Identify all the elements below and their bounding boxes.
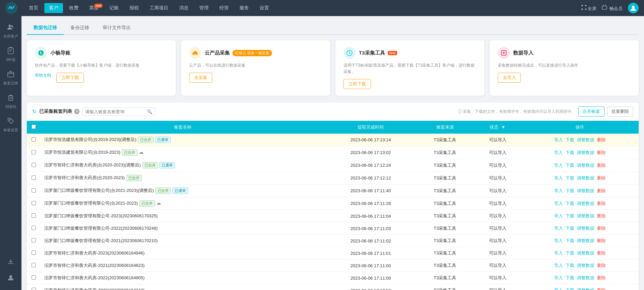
action-删除[interactable]: 删除 — [597, 175, 606, 180]
action-调整数据[interactable]: 调整数据 — [577, 213, 594, 218]
action-调整数据[interactable]: 调整数据 — [577, 263, 594, 268]
action-删除[interactable]: 删除 — [597, 201, 606, 206]
nav-industry[interactable]: 工商项目 — [145, 3, 173, 13]
action-删除[interactable]: 删除 — [597, 238, 606, 243]
action-调整数据[interactable]: 调整数据 — [577, 288, 594, 290]
action-导入[interactable]: 导入 — [554, 238, 563, 243]
import-btn-4[interactable]: 去导入 — [498, 73, 521, 83]
nav-tax[interactable]: 报税 — [125, 3, 144, 13]
member-btn[interactable]: 畅会员 — [602, 5, 623, 12]
action-下载[interactable]: 下载 — [566, 163, 574, 168]
action-删除[interactable]: 删除 — [597, 226, 606, 231]
tab-data-migrate[interactable]: 数据包迁移 — [27, 21, 64, 35]
row-checkbox[interactable] — [32, 250, 36, 255]
nav-service[interactable]: 服务 — [235, 3, 254, 13]
row-checkbox[interactable] — [32, 288, 36, 290]
cloud-icon[interactable]: ☁ — [156, 200, 161, 206]
row-checkbox[interactable] — [32, 175, 36, 180]
row-checkbox[interactable] — [32, 201, 36, 205]
nav-setting[interactable]: 设置 — [255, 3, 274, 13]
refresh-icon[interactable]: ↻ — [32, 108, 37, 115]
action-下载[interactable]: 下载 — [566, 226, 574, 231]
sidebar-item-download[interactable] — [5, 254, 17, 270]
action-下载[interactable]: 下载 — [566, 288, 574, 290]
action-导入[interactable]: 导入 — [554, 263, 563, 268]
row-checkbox[interactable] — [32, 238, 36, 242]
action-下载[interactable]: 下载 — [566, 250, 574, 256]
action-导入[interactable]: 导入 — [554, 275, 563, 280]
action-导入[interactable]: 导入 — [554, 201, 563, 206]
tab-backup-migrate[interactable]: 备份迁移 — [64, 21, 96, 35]
action-导入[interactable]: 导入 — [554, 175, 563, 180]
row-checkbox[interactable] — [32, 137, 36, 142]
row-checkbox[interactable] — [32, 275, 36, 280]
nav-bookkeep[interactable]: 记账 — [105, 3, 123, 13]
action-调整数据[interactable]: 调整数据 — [577, 226, 594, 231]
action-下载[interactable]: 下载 — [566, 213, 574, 218]
help-link-1[interactable]: 帮助文档 — [35, 73, 51, 83]
action-删除[interactable]: 删除 — [597, 288, 606, 290]
user-avatar[interactable] — [628, 3, 639, 13]
action-导入[interactable]: 导入 — [554, 150, 563, 155]
search-input[interactable] — [85, 109, 146, 114]
action-下载[interactable]: 下载 — [566, 175, 574, 180]
row-checkbox[interactable] — [32, 150, 36, 154]
action-删除[interactable]: 删除 — [597, 275, 606, 280]
nav-operation[interactable]: 经营 — [215, 3, 233, 13]
nav-message[interactable]: 消息 — [174, 3, 193, 13]
action-导入[interactable]: 导入 — [554, 188, 563, 193]
action-调整数据[interactable]: 调整数据 — [577, 175, 594, 180]
row-checkbox[interactable] — [32, 263, 36, 267]
sidebar-item-tag-setting[interactable]: 标签设置 — [0, 113, 21, 137]
action-下载[interactable]: 下载 — [566, 201, 574, 206]
sidebar-item-account-migrate[interactable]: 账套迁移 — [0, 66, 21, 90]
nav-home[interactable]: 首页 — [24, 3, 43, 13]
search-icon[interactable]: 🔍 — [147, 109, 152, 114]
sidebar-item-recycle[interactable]: 回收站 — [0, 90, 21, 113]
action-调整数据[interactable]: 调整数据 — [577, 150, 594, 155]
select-all-checkbox[interactable] — [32, 125, 36, 129]
col-status[interactable]: 状态 ▼ — [474, 121, 522, 134]
row-checkbox[interactable] — [32, 213, 36, 218]
sidebar-item-user[interactable] — [5, 270, 17, 287]
action-删除[interactable]: 删除 — [597, 150, 606, 155]
row-checkbox[interactable] — [32, 226, 36, 230]
action-下载[interactable]: 下载 — [566, 188, 574, 193]
action-调整数据[interactable]: 调整数据 — [577, 238, 594, 243]
nav-bill[interactable]: 票据 new — [85, 3, 103, 13]
action-导入[interactable]: 导入 — [554, 213, 563, 218]
nav-client[interactable]: 客户 — [44, 3, 63, 13]
action-删除[interactable]: 删除 — [597, 213, 606, 218]
action-调整数据[interactable]: 调整数据 — [577, 137, 594, 142]
action-删除[interactable]: 删除 — [597, 188, 606, 193]
sidebar-item-zero-declare[interactable]: 0申报 — [0, 43, 21, 66]
action-导入[interactable]: 导入 — [554, 137, 563, 142]
merge-btn[interactable]: 合并账套 — [578, 106, 604, 117]
sidebar-item-all-clients[interactable]: 全部客户 — [0, 19, 21, 43]
action-调整数据[interactable]: 调整数据 — [577, 275, 594, 280]
action-下载[interactable]: 下载 — [566, 275, 574, 280]
action-调整数据[interactable]: 调整数据 — [577, 163, 594, 168]
action-删除[interactable]: 删除 — [597, 250, 606, 256]
download-btn-3[interactable]: 立即下载 — [343, 79, 371, 89]
nav-manage[interactable]: 管理 — [195, 3, 213, 13]
action-删除[interactable]: 删除 — [597, 263, 606, 268]
action-下载[interactable]: 下载 — [566, 238, 574, 243]
nav-fee[interactable]: 收费 — [64, 3, 83, 13]
help-icon[interactable]: ? — [74, 109, 79, 114]
action-导入[interactable]: 导入 — [554, 226, 563, 231]
row-checkbox[interactable] — [32, 163, 36, 167]
fullscreen-btn[interactable]: 全屏 — [581, 5, 597, 12]
action-调整数据[interactable]: 调整数据 — [577, 188, 594, 193]
cloud-icon[interactable]: ☁ — [139, 149, 144, 155]
action-导入[interactable]: 导入 — [554, 250, 563, 256]
collect-btn-2[interactable]: 去采集 — [189, 73, 212, 83]
action-导入[interactable]: 导入 — [554, 288, 563, 290]
batch-delete-btn[interactable]: 批量删除 — [607, 106, 633, 117]
action-调整数据[interactable]: 调整数据 — [577, 201, 594, 206]
action-下载[interactable]: 下载 — [566, 263, 574, 268]
action-下载[interactable]: 下载 — [566, 137, 574, 142]
tab-audit-export[interactable]: 审计文件导出 — [96, 21, 138, 35]
action-下载[interactable]: 下载 — [566, 150, 574, 155]
action-导入[interactable]: 导入 — [554, 163, 563, 168]
